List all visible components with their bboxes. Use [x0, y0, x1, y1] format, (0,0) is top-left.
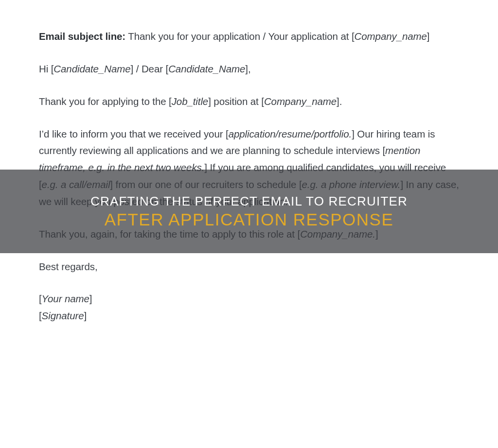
- subject-placeholder-company: Company_name: [355, 31, 427, 42]
- closing-paragraph: Thank you, again, for taking the time to…: [39, 226, 459, 243]
- main-paragraph: I’d like to inform you that we received …: [39, 126, 459, 210]
- greeting-post: ],: [245, 63, 250, 74]
- para2-placeholder-phoneinterview: e.g. a phone interview.: [302, 179, 401, 190]
- para1-placeholder-jobtitle: Job_title: [172, 96, 208, 107]
- para3-text2: ]: [375, 228, 378, 240]
- signoff-regards: Best regards,: [39, 258, 459, 276]
- email-template-body: Email subject line: Thank you for your a…: [0, 0, 498, 363]
- greeting-placeholder-candidate1: Candidate_Name: [53, 63, 130, 74]
- greeting-pre: Hi [: [39, 63, 53, 74]
- name-post: ]: [89, 293, 92, 304]
- para1-placeholder-company: Company_name: [264, 96, 337, 107]
- para2-text1: I’d like to inform you that we received …: [39, 128, 229, 139]
- para1-text1: Thank you for applying to the [: [39, 96, 172, 107]
- subject-line: Email subject line: Thank you for your a…: [39, 28, 459, 45]
- name-placeholder: Your name: [42, 293, 89, 304]
- subject-label: Email subject line:: [39, 31, 125, 42]
- signature-block: [Your name] [Signature]: [39, 291, 459, 325]
- bottom-spacer: [39, 325, 459, 363]
- para1-text2: ] position at [: [208, 96, 264, 107]
- sig-post: ]: [84, 310, 87, 321]
- sig-placeholder: Signature: [42, 310, 84, 321]
- para3-text1: Thank you, again, for taking the time to…: [39, 228, 300, 240]
- greeting-placeholder-candidate2: Candidate_Name: [168, 63, 245, 74]
- para1-text3: ].: [337, 96, 342, 107]
- para2-placeholder-callemail: e.g. a call/email: [42, 179, 110, 190]
- greeting-line: Hi [Candidate_Name] / Dear [Candidate_Na…: [39, 61, 459, 78]
- thankyou-paragraph: Thank you for applying to the [Job_title…: [39, 93, 459, 110]
- para2-text4: ] from our one of our recruiters to sche…: [110, 179, 302, 190]
- para2-placeholder-app: application/resume/portfolio.: [229, 128, 352, 139]
- greeting-mid: ] / Dear [: [131, 63, 169, 74]
- para3-placeholder-company: Company_name.: [300, 228, 375, 240]
- subject-text-after: ]: [427, 31, 430, 42]
- subject-text-before: Thank you for your application / Your ap…: [125, 31, 355, 42]
